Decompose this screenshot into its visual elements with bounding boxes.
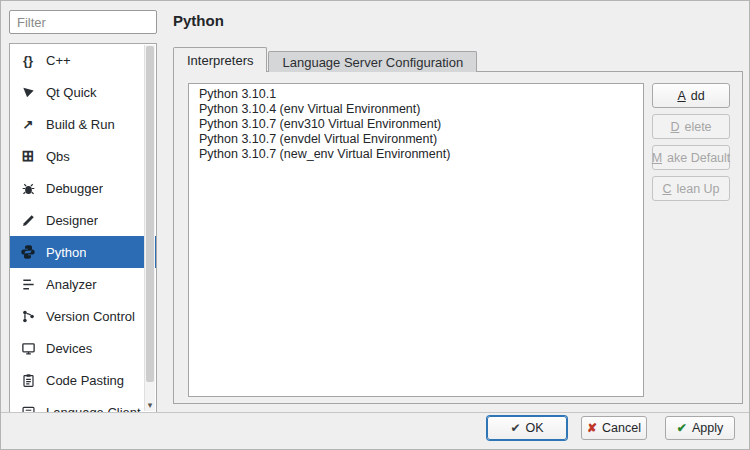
interpreter-list[interactable]: Python 3.10.1 Python 3.10.4 (env Virtual…	[188, 83, 644, 397]
category-sidebar: {} C++ Qt Quick ↗ Build & Run ⊞ Qbs D	[9, 43, 157, 413]
code-pasting-icon	[19, 373, 37, 388]
sidebar-item-debugger[interactable]: Debugger	[10, 172, 156, 204]
cancel-x-icon: ✘	[587, 422, 597, 434]
cancel-button-label: Cancel	[602, 421, 641, 435]
sidebar-item-label: Code Pasting	[46, 373, 124, 388]
scrollbar-thumb[interactable]	[146, 46, 154, 382]
scrollbar-down-arrow-icon[interactable]: ▾	[145, 398, 155, 411]
make-default-button: Make Default	[652, 145, 730, 170]
interpreter-item[interactable]: Python 3.10.7 (new_env Virtual Environme…	[189, 147, 643, 162]
devices-icon	[19, 341, 37, 356]
bottom-separator	[1, 412, 749, 413]
sidebar-item-code-pasting[interactable]: Code Pasting	[10, 364, 156, 396]
sidebar-item-qbs[interactable]: ⊞ Qbs	[10, 140, 156, 172]
sidebar-item-version-control[interactable]: Version Control	[10, 300, 156, 332]
page-title: Python	[173, 12, 224, 29]
sidebar-item-label: Qbs	[46, 149, 70, 164]
sidebar-item-label: Version Control	[46, 309, 135, 324]
sidebar-item-label: Build & Run	[46, 117, 115, 132]
sidebar-item-label: Designer	[46, 213, 98, 228]
cpp-icon: {}	[19, 53, 37, 68]
tab-bar: Interpreters Language Server Configurati…	[173, 47, 477, 72]
ok-check-icon: ✔	[510, 422, 520, 434]
delete-button: Delete	[652, 114, 730, 139]
apply-button-label: Apply	[692, 421, 723, 435]
tab-label: Interpreters	[187, 53, 253, 68]
sidebar-item-python[interactable]: Python	[10, 236, 156, 268]
apply-button[interactable]: ✔ Apply	[665, 416, 735, 440]
qt-quick-icon	[19, 85, 37, 100]
sidebar-item-designer[interactable]: Designer	[10, 204, 156, 236]
sidebar-item-label: Analyzer	[46, 277, 97, 292]
tab-interpreters[interactable]: Interpreters	[173, 47, 267, 72]
sidebar-item-label: Debugger	[46, 181, 103, 196]
version-control-icon	[19, 309, 37, 324]
sidebar-item-build-run[interactable]: ↗ Build & Run	[10, 108, 156, 140]
sidebar-item-label: C++	[46, 53, 71, 68]
sidebar-item-analyzer[interactable]: Analyzer	[10, 268, 156, 300]
sidebar-item-cpp[interactable]: {} C++	[10, 44, 156, 76]
interpreter-item[interactable]: Python 3.10.4 (env Virtual Environment)	[189, 102, 643, 117]
tab-label: Language Server Configuration	[282, 55, 463, 70]
sidebar-item-label: Qt Quick	[46, 85, 97, 100]
interpreter-actions: Add Delete Make Default Clean Up	[652, 83, 730, 201]
cancel-button[interactable]: ✘ Cancel	[581, 416, 647, 440]
add-button[interactable]: Add	[652, 83, 730, 108]
build-run-icon: ↗	[19, 117, 37, 132]
designer-icon	[19, 213, 37, 228]
sidebar-item-label: Python	[46, 245, 86, 260]
ok-button-label: OK	[526, 421, 544, 435]
analyzer-icon	[19, 277, 37, 292]
sidebar-item-label: Devices	[46, 341, 92, 356]
python-icon	[19, 244, 37, 260]
qbs-icon: ⊞	[19, 147, 37, 165]
clean-up-button: Clean Up	[652, 176, 730, 201]
interpreter-item[interactable]: Python 3.10.7 (envdel Virtual Environmen…	[189, 132, 643, 147]
interpreter-item[interactable]: Python 3.10.7 (env310 Virtual Environmen…	[189, 117, 643, 132]
options-dialog: {} C++ Qt Quick ↗ Build & Run ⊞ Qbs D	[0, 0, 750, 450]
interpreter-item[interactable]: Python 3.10.1	[189, 87, 643, 102]
sidebar-scrollbar[interactable]: ▾	[144, 45, 155, 411]
apply-check-icon: ✔	[677, 422, 687, 434]
interpreters-panel: Python 3.10.1 Python 3.10.4 (env Virtual…	[173, 71, 743, 404]
ok-button[interactable]: ✔ OK	[487, 416, 567, 440]
filter-input[interactable]	[9, 10, 157, 34]
sidebar-item-language-client[interactable]: Language Client	[10, 396, 156, 413]
sidebar-item-devices[interactable]: Devices	[10, 332, 156, 364]
sidebar-item-qt-quick[interactable]: Qt Quick	[10, 76, 156, 108]
debugger-icon	[19, 181, 37, 196]
tab-language-server-configuration[interactable]: Language Server Configuration	[268, 51, 477, 72]
